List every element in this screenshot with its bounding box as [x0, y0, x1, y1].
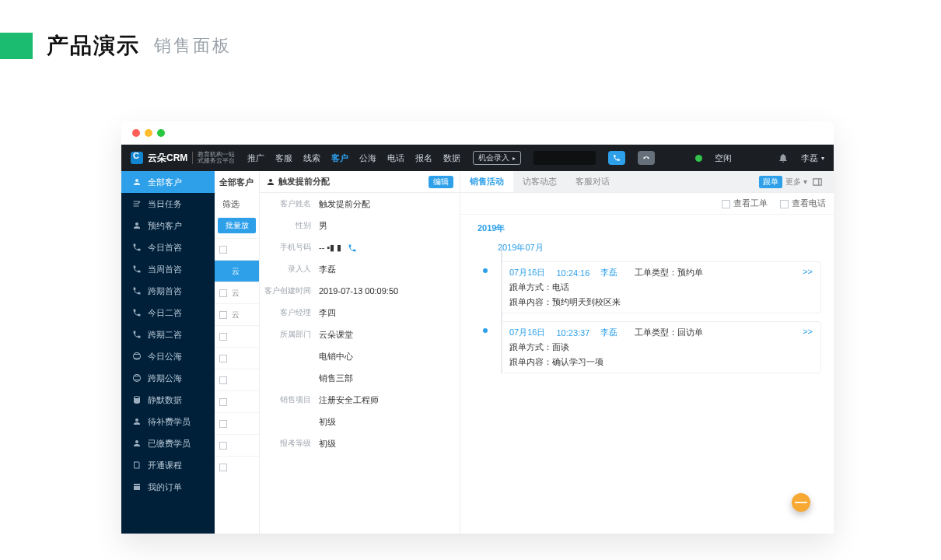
sidebar-item-全部客户[interactable]: 全部客户 — [121, 171, 215, 193]
filter-查看工单[interactable]: 查看工单 — [722, 198, 768, 209]
more-menu[interactable]: 更多 ▾ — [785, 177, 807, 187]
list-item[interactable] — [215, 412, 259, 434]
detail-label: 客户创建时间 — [260, 285, 319, 297]
nav-item-公海[interactable]: 公海 — [359, 152, 376, 164]
sidebar-item-今日二咨[interactable]: 今日二咨 — [121, 302, 215, 324]
list-item[interactable] — [215, 390, 259, 412]
opportunity-record-button[interactable]: 机会录入 — [473, 151, 521, 165]
sidebar-item-label: 静默数据 — [148, 394, 182, 406]
entry-row: 跟单方式：面谈 — [509, 341, 813, 353]
list-item[interactable]: 云 — [215, 282, 259, 303]
list-item[interactable] — [215, 325, 259, 347]
list-item[interactable] — [215, 434, 259, 456]
user-icon — [132, 177, 142, 187]
sidebar-item-当日任务[interactable]: 当日任务 — [121, 193, 215, 215]
list-item[interactable]: 云 — [215, 303, 259, 325]
nav-item-客服[interactable]: 客服 — [275, 152, 292, 164]
timeline-entry: 07月16日10:24:16李磊工单类型：预约单跟单方式：电话跟单内容：预约明天… — [501, 261, 821, 313]
list-item[interactable] — [215, 238, 259, 260]
entry-row: 跟单内容：预约明天到校区来 — [509, 296, 813, 308]
timeline-year: 2019年 — [477, 222, 821, 234]
sidebar-item-跨期二咨[interactable]: 跨期二咨 — [121, 324, 215, 345]
nav-item-报名[interactable]: 报名 — [415, 152, 432, 164]
close-icon[interactable] — [132, 129, 140, 137]
sidebar-item-今日公海[interactable]: 今日公海 — [121, 345, 215, 367]
nav-item-线索[interactable]: 线索 — [303, 152, 320, 164]
checkbox[interactable] — [219, 398, 227, 406]
timeline-dot-icon — [483, 268, 488, 273]
checkbox[interactable] — [219, 311, 227, 319]
maximize-icon[interactable] — [157, 129, 165, 137]
phone-icon[interactable] — [348, 243, 357, 253]
checkbox[interactable] — [722, 200, 730, 208]
sidebar-item-已缴费学员[interactable]: 已缴费学员 — [121, 432, 215, 454]
accent-block — [0, 33, 33, 59]
bell-icon[interactable] — [778, 152, 789, 163]
sidebar-item-跨期首咨[interactable]: 跨期首咨 — [121, 280, 215, 302]
nav-item-数据[interactable]: 数据 — [443, 152, 460, 164]
checkbox[interactable] — [219, 246, 227, 254]
minimize-icon[interactable] — [145, 129, 152, 137]
hangup-icon — [642, 154, 650, 162]
logo: 云朵CRM 教育机构一站 式服务云平台 — [131, 152, 235, 165]
hangup-button[interactable] — [638, 151, 655, 165]
phone-icon — [613, 154, 621, 162]
checkbox[interactable] — [780, 200, 789, 208]
entry-expand[interactable]: >> — [803, 267, 813, 276]
edit-button[interactable]: 编辑 — [429, 176, 453, 188]
sidebar-item-我的订单[interactable]: 我的订单 — [121, 476, 215, 498]
checkbox[interactable] — [219, 464, 227, 471]
entry-expand[interactable]: >> — [803, 327, 813, 336]
nav-item-推广[interactable]: 推广 — [247, 152, 264, 164]
list-item[interactable] — [215, 347, 259, 369]
panel-icon[interactable] — [812, 177, 823, 187]
detail-value: 初级 — [319, 417, 336, 426]
tab-访客动态[interactable]: 访客动态 — [513, 171, 566, 192]
sidebar-item-label: 预约客户 — [148, 220, 182, 232]
sidebar: 全部客户当日任务预约客户今日首咨当周首咨跨期首咨今日二咨跨期二咨今日公海跨期公海… — [121, 171, 215, 534]
follow-badge[interactable]: 跟单 — [759, 176, 782, 188]
filter-查看电话[interactable]: 查看电话 — [780, 198, 826, 209]
checkbox[interactable] — [219, 333, 227, 341]
user-menu[interactable]: 李磊 ▾ — [801, 152, 824, 164]
sidebar-item-今日首咨[interactable]: 今日首咨 — [121, 236, 215, 258]
nav-item-电话[interactable]: 电话 — [387, 152, 404, 164]
entry-user: 李磊 — [600, 267, 617, 278]
detail-title: 触发提前分配 — [278, 176, 330, 187]
detail-value: 李磊 — [319, 264, 336, 274]
sidebar-item-label: 开通课程 — [148, 460, 182, 471]
sidebar-item-label: 待补费学员 — [148, 416, 191, 428]
list-item[interactable] — [215, 369, 259, 390]
batch-release-button[interactable]: 批量放 — [218, 218, 256, 233]
list-item-label: 云 — [232, 310, 240, 320]
sidebar-item-待补费学员[interactable]: 待补费学员 — [121, 411, 215, 432]
sidebar-item-静默数据[interactable]: 静默数据 — [121, 389, 215, 411]
sidebar-item-跨期公海[interactable]: 跨期公海 — [121, 367, 215, 389]
sidebar-item-开通课程[interactable]: 开通课程 — [121, 454, 215, 476]
tab-销售活动[interactable]: 销售活动 — [460, 171, 513, 192]
detail-value: 注册安全工程师 — [319, 395, 379, 404]
call-button[interactable] — [608, 151, 625, 165]
search-input[interactable] — [533, 151, 596, 165]
checkbox[interactable] — [219, 442, 227, 450]
chevron-down-icon: ▾ — [821, 155, 824, 162]
floating-action-button[interactable]: — — [792, 493, 810, 512]
tab-客服对话[interactable]: 客服对话 — [566, 171, 619, 192]
checkbox[interactable] — [219, 355, 227, 362]
user-name: 李磊 — [801, 152, 818, 164]
sidebar-item-预约客户[interactable]: 预约客户 — [121, 215, 215, 236]
detail-label: 客户经理 — [260, 306, 319, 319]
detail-value: -- ▪▮ ▮ — [319, 243, 341, 252]
sidebar-item-label: 当周首咨 — [148, 264, 182, 275]
list-item[interactable]: 云 — [215, 260, 259, 282]
checkbox[interactable] — [219, 268, 227, 275]
activity-panel: 销售活动访客动态客服对话 跟单 更多 ▾ 查看工单查看电话 2019年 2019… — [460, 171, 834, 534]
sidebar-item-当周首咨[interactable]: 当周首咨 — [121, 258, 215, 280]
checkbox[interactable] — [219, 420, 227, 428]
checkbox[interactable] — [219, 289, 227, 297]
list-item[interactable] — [215, 456, 259, 478]
detail-value: 男 — [319, 221, 327, 230]
nav-item-客户[interactable]: 客户 — [331, 152, 348, 164]
checkbox[interactable] — [219, 376, 227, 384]
entry-header: 07月16日10:24:16李磊工单类型：预约单 — [509, 267, 813, 278]
